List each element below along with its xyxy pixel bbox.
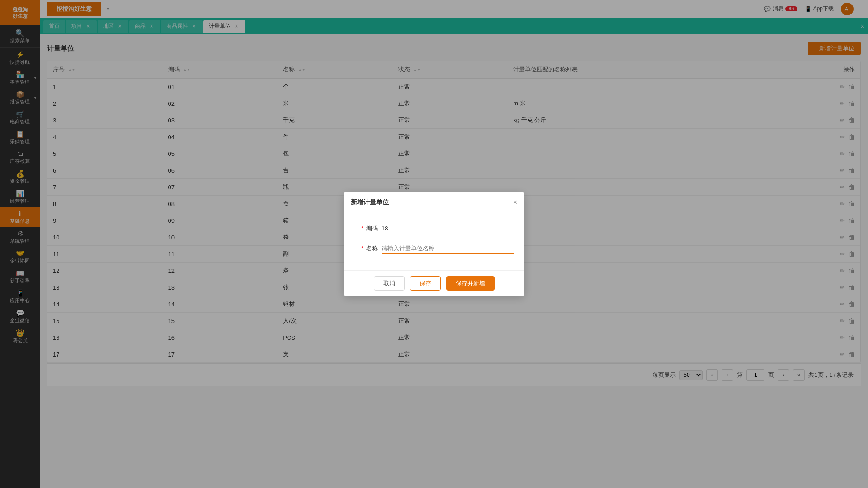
name-input[interactable] — [382, 243, 514, 254]
modal-close-button[interactable]: × — [513, 198, 517, 206]
code-label-text: 编码 — [366, 225, 378, 232]
modal-footer: 取消 保存 保存并新增 — [344, 270, 524, 296]
save-button[interactable]: 保存 — [410, 276, 441, 291]
name-label-text: 名称 — [366, 245, 378, 252]
cancel-button[interactable]: 取消 — [374, 276, 405, 291]
modal-header: 新增计量单位 × — [344, 192, 524, 212]
form-row-name: * 名称 — [354, 243, 514, 254]
add-unit-modal: 新增计量单位 × * 编码 * 名称 取消 保存 保存并新增 — [344, 192, 524, 296]
name-label: * 名称 — [354, 244, 382, 253]
code-required-marker: * — [361, 225, 363, 232]
modal-overlay: 新增计量单位 × * 编码 * 名称 取消 保存 保存并新增 — [0, 0, 868, 488]
modal-body: * 编码 * 名称 — [344, 212, 524, 270]
save-and-add-button[interactable]: 保存并新增 — [446, 276, 495, 291]
code-input[interactable] — [382, 223, 514, 234]
form-row-code: * 编码 — [354, 223, 514, 234]
name-required-marker: * — [361, 245, 363, 252]
code-label: * 编码 — [354, 225, 382, 233]
modal-title: 新增计量单位 — [351, 198, 389, 206]
